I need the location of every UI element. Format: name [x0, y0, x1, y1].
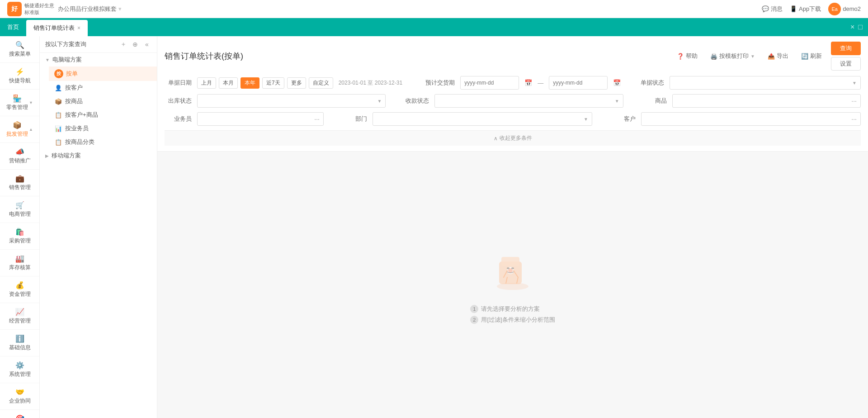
status-label: 单据状态	[637, 79, 664, 87]
edit-scheme-icon[interactable]: ⊕	[131, 40, 140, 49]
empty-state: 1 请先选择要分析的方案 2 用[过滤]条件来缩小分析范围	[157, 152, 868, 418]
logo-icon: 好	[7, 2, 22, 16]
top-bar-left: 好 畅捷通好生意 标准版 办公用品行业模拟账套 ▾	[7, 2, 122, 16]
scheme-by-goods-category[interactable]: 📋 按商品分类	[49, 135, 157, 149]
help-button[interactable]: ❓ 帮助	[673, 50, 701, 62]
date-btn-7days[interactable]: 近7天	[262, 77, 284, 89]
tree-children-pc: 按 按单 👤 按客户 📦 按商品 📋 按客户+商品 📊 按业务员	[40, 66, 157, 149]
goods-label: 商品	[640, 97, 667, 105]
date-btn-custom[interactable]: 自定义	[309, 77, 333, 89]
expected-date-end[interactable]	[549, 76, 608, 90]
status-select[interactable]: ▼	[670, 76, 861, 90]
goods-scheme-icon: 📦	[54, 97, 62, 105]
sidebar-item-sales[interactable]: 💼 销售管理	[0, 170, 39, 196]
collapse-button[interactable]: ∧ 收起更多条件	[165, 130, 861, 146]
add-scheme-icon[interactable]: ＋	[119, 40, 128, 49]
goods-input[interactable]	[676, 95, 852, 107]
export-icon: 📤	[768, 53, 775, 60]
print-icon: 🖨️	[710, 53, 717, 60]
department-select[interactable]: ▼	[373, 112, 592, 126]
filter-area: 单据日期 上月 本月 本年 近7天 更多 自定义 2023-01-01 至 20…	[157, 71, 868, 152]
customer-input[interactable]	[645, 113, 851, 125]
message-action[interactable]: 💬 消息	[762, 5, 783, 13]
sidebar-item-finance[interactable]: 💰 资金管理	[0, 276, 39, 303]
app-icon: 📱	[790, 5, 797, 12]
filter-row-2: 出库状态 ▼ 收款状态 ▼ 商品 ···	[165, 94, 861, 108]
empty-illustration	[486, 243, 540, 298]
scheme-badge: 按	[54, 69, 63, 78]
tab-sales-order[interactable]: 销售订单统计表 ×	[26, 20, 88, 36]
scheme-by-order[interactable]: 按 按单	[49, 66, 157, 81]
content-area: 按以下方案查询 ＋ ⊕ « ▼ 电脑端方案 按 按单 👤	[40, 36, 868, 418]
department-dropdown-icon: ▼	[584, 117, 588, 122]
sidebar-item-guide[interactable]: 🎯 新手引导	[0, 410, 39, 418]
customer-goods-scheme-icon: 📋	[54, 111, 62, 119]
refresh-button[interactable]: 🔄 刷新	[797, 50, 826, 62]
customer-scheme-icon: 👤	[54, 84, 62, 92]
calendar-start-icon[interactable]: 📅	[524, 79, 532, 86]
delivery-select[interactable]: ▼	[197, 94, 386, 108]
sidebar-item-basic[interactable]: ℹ️ 基础信息	[0, 330, 39, 356]
tab-bar-actions: × □	[850, 23, 868, 31]
delivery-dropdown-icon: ▼	[377, 99, 382, 104]
user-action[interactable]: Ea demo2	[828, 3, 861, 15]
sidebar-item-ecommerce[interactable]: 🛒 电商管理	[0, 196, 39, 223]
scheme-by-goods[interactable]: 📦 按商品	[49, 95, 157, 108]
refresh-icon: 🔄	[801, 53, 808, 60]
app-download-action[interactable]: 📱 App下载	[790, 5, 821, 13]
query-button[interactable]: 查询	[831, 42, 861, 55]
sidebar-item-operation[interactable]: 📈 经营管理	[0, 303, 39, 330]
sidebar-item-retail[interactable]: 🏪 零售管理 ▼	[0, 90, 39, 116]
tab-home[interactable]: 首页	[0, 18, 26, 36]
sidebar-item-collaboration[interactable]: 🤝 企业协同	[0, 383, 39, 410]
tree-section-mobile[interactable]: ▶ 移动端方案	[40, 149, 157, 162]
customer-input-area[interactable]: ···	[641, 112, 861, 126]
sidebar-item-shortcuts[interactable]: ⚡ 快捷导航	[0, 63, 39, 90]
print-button[interactable]: 🖨️ 按模板打印 ▼	[707, 50, 759, 62]
customer-label: 客户	[609, 115, 636, 123]
page-title: 销售订单统计表(按单)	[165, 51, 243, 62]
salesman-label: 业务员	[165, 115, 192, 123]
sidebar-item-purchase[interactable]: 🛍️ 采购管理	[0, 223, 39, 250]
date-btn-thismonth[interactable]: 本月	[219, 77, 238, 89]
goods-input-area[interactable]: ···	[672, 94, 861, 108]
expected-date-label: 预计交货期	[419, 79, 455, 87]
tab-close-icon[interactable]: ×	[77, 25, 80, 31]
left-panel: 按以下方案查询 ＋ ⊕ « ▼ 电脑端方案 按 按单 👤	[40, 36, 157, 418]
breadcrumb[interactable]: 办公用品行业模拟账套 ▾	[58, 5, 122, 13]
scheme-by-customer[interactable]: 👤 按客户	[49, 81, 157, 95]
right-panel: 销售订单统计表(按单) ❓ 帮助 🖨️ 按模板打印 ▼ 📤 导出	[157, 36, 868, 418]
window-max-icon[interactable]: □	[858, 23, 863, 31]
top-bar: 好 畅捷通好生意 标准版 办公用品行业模拟账套 ▾ 💬 消息 📱 App下载 E…	[0, 0, 868, 18]
sidebar-item-wholesale[interactable]: 📦 批发管理 ▲	[0, 116, 39, 143]
scheme-by-salesman[interactable]: 📊 按业务员	[49, 122, 157, 135]
salesman-input-area[interactable]: ···	[197, 112, 324, 126]
date-range-text: 2023-01-01 至 2023-12-31	[339, 79, 402, 87]
expected-date-start[interactable]	[460, 76, 519, 90]
print-dropdown-icon: ▼	[750, 54, 755, 59]
date-btn-more[interactable]: 更多	[287, 77, 306, 89]
collapse-panel-icon[interactable]: «	[142, 40, 151, 49]
date-btn-lastmonth[interactable]: 上月	[197, 77, 216, 89]
date-btn-thisyear[interactable]: 本年	[241, 77, 259, 89]
sidebar-item-system[interactable]: ⚙️ 系统管理	[0, 356, 39, 383]
salesman-more-icon[interactable]: ···	[314, 115, 320, 123]
scheme-by-customer-goods[interactable]: 📋 按客户+商品	[49, 108, 157, 122]
tree-section-pc[interactable]: ▼ 电脑端方案	[40, 53, 157, 66]
svg-rect-2	[501, 257, 519, 266]
customer-more-icon[interactable]: ···	[851, 115, 857, 123]
sidebar: 🔍 搜索菜单 ⚡ 快捷导航 🏪 零售管理 ▼ 📦 批发管理 ▲ 📣 营销推广	[0, 36, 40, 418]
sidebar-item-inventory[interactable]: 🏭 库存核算	[0, 250, 39, 276]
salesman-input[interactable]	[201, 113, 314, 125]
date-buttons: 上月 本月 本年 近7天 更多 自定义	[197, 77, 333, 89]
payment-select[interactable]: ▼	[434, 94, 623, 108]
export-button[interactable]: 📤 导出	[764, 50, 792, 62]
sidebar-item-marketing[interactable]: 📣 营销推广	[0, 143, 39, 170]
settings-button[interactable]: 设置	[831, 57, 861, 71]
calendar-end-icon[interactable]: 📅	[613, 79, 621, 86]
window-close-icon[interactable]: ×	[850, 23, 854, 31]
date-label: 单据日期	[165, 79, 192, 87]
goods-more-icon[interactable]: ···	[851, 97, 857, 104]
sidebar-item-search[interactable]: 🔍 搜索菜单	[0, 36, 39, 63]
logo-area: 好 畅捷通好生意 标准版	[7, 2, 54, 16]
